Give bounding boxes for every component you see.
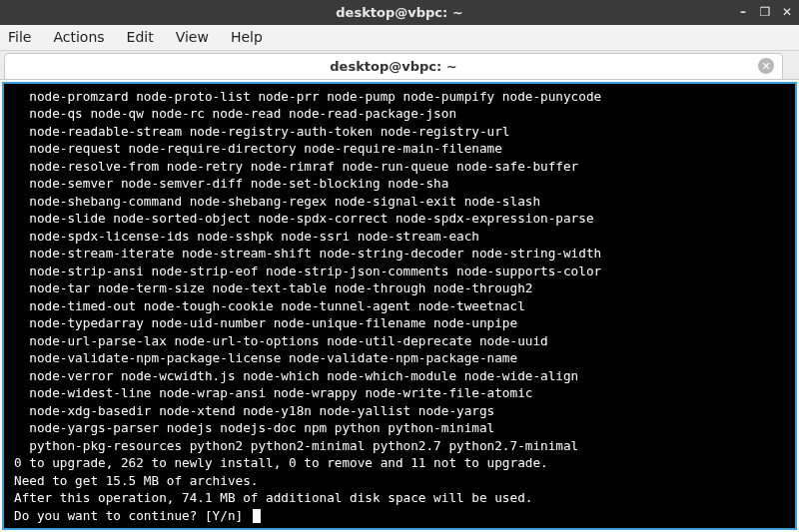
cursor [253,509,261,523]
terminal-line: node-widest-line node-wrap-ansi node-wra… [14,384,785,402]
terminal-line: node-resolve-from node-retry node-rimraf… [14,158,785,176]
terminal-line: node-promzard node-proto-list node-prr n… [14,88,785,106]
terminal-line: node-shebang-command node-shebang-regex … [14,193,785,211]
terminal-line: node-slide node-sorted-object node-spdx-… [14,210,785,228]
terminal-output[interactable]: node-promzard node-proto-list node-prr n… [2,82,797,531]
app-window: desktop@vbpc: ~ – ❐ ✕ File Actions Edit … [0,0,799,532]
terminal-line: node-readable-stream node-registry-auth-… [14,123,785,141]
close-icon[interactable]: ✕ [779,4,795,20]
terminal-line: Need to get 15.5 MB of archives. [14,472,785,490]
terminal-line: node-typedarray node-uid-number node-uni… [14,314,785,332]
terminal-line: node-tar node-term-size node-text-table … [14,279,785,297]
window-title: desktop@vbpc: ~ [336,5,462,20]
terminal-line: node-verror node-wcwidth.js node-which n… [14,367,785,385]
menu-view[interactable]: View [176,29,209,45]
titlebar: desktop@vbpc: ~ – ❐ ✕ [0,0,799,25]
terminal-line: python-pkg-resources python2 python2-min… [14,437,785,455]
menu-edit[interactable]: Edit [127,29,154,45]
terminal-line: node-qs node-qw node-rc node-read node-r… [14,105,785,123]
terminal-line: node-url-parse-lax node-url-to-options n… [14,332,785,350]
tab-label: desktop@vbpc: ~ [330,59,456,74]
terminal-line: After this operation, 74.1 MB of additio… [14,489,785,507]
minimize-icon[interactable]: – [735,4,751,20]
terminal-line: Do you want to continue? [Y/n] [14,507,785,525]
menu-help[interactable]: Help [231,29,263,45]
window-controls: – ❐ ✕ [735,4,795,20]
menubar: File Actions Edit View Help [0,25,799,52]
terminal-line: node-request node-require-directory node… [14,140,785,158]
terminal-line: node-spdx-license-ids node-sshpk node-ss… [14,228,785,246]
terminal-line: node-strip-ansi node-strip-eof node-stri… [14,263,785,280]
terminal-line: node-timed-out node-tough-cookie node-tu… [14,297,785,315]
tabbar: desktop@vbpc: ~ ✕ [0,51,799,79]
terminal-line: 0 to upgrade, 262 to newly install, 0 to… [14,454,785,472]
terminal-line: node-semver node-semver-diff node-set-bl… [14,175,785,193]
terminal-line: node-yargs-parser nodejs nodejs-doc npm … [14,419,785,437]
tab-terminal[interactable]: desktop@vbpc: ~ ✕ [4,53,783,79]
terminal-wrap: node-promzard node-proto-list node-prr n… [0,80,799,533]
terminal-line: node-xdg-basedir node-xtend node-y18n no… [14,402,785,420]
maximize-icon[interactable]: ❐ [757,4,773,20]
tab-close-icon[interactable]: ✕ [758,58,774,74]
menu-file[interactable]: File [8,29,31,45]
terminal-line: node-stream-iterate node-stream-shift no… [14,245,785,263]
menu-actions[interactable]: Actions [53,29,104,45]
terminal-line: node-validate-npm-package-license node-v… [14,349,785,367]
